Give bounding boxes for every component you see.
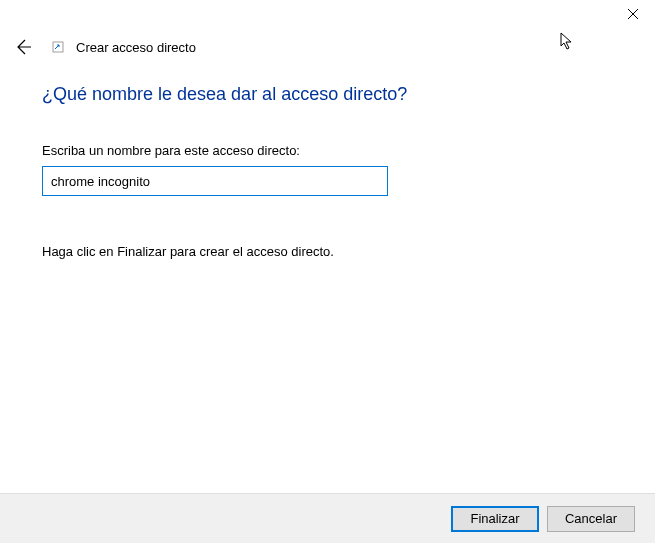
- wizard-title: Crear acceso directo: [76, 40, 196, 55]
- wizard-footer: Finalizar Cancelar: [0, 493, 655, 543]
- back-button[interactable]: [12, 36, 34, 58]
- page-heading: ¿Qué nombre le desea dar al acceso direc…: [42, 84, 613, 105]
- content-area: ¿Qué nombre le desea dar al acceso direc…: [0, 58, 655, 259]
- cancel-button[interactable]: Cancelar: [547, 506, 635, 532]
- close-button[interactable]: [625, 6, 641, 22]
- wizard-header: Crear acceso directo: [0, 30, 655, 58]
- name-field-label: Escriba un nombre para este acceso direc…: [42, 143, 613, 158]
- shortcut-icon: [50, 39, 66, 55]
- close-icon: [627, 8, 639, 20]
- titlebar: [0, 0, 655, 30]
- svg-rect-2: [53, 42, 63, 52]
- shortcut-name-input[interactable]: [42, 166, 388, 196]
- back-arrow-icon: [13, 37, 33, 57]
- instruction-text: Haga clic en Finalizar para crear el acc…: [42, 244, 613, 259]
- finish-button[interactable]: Finalizar: [451, 506, 539, 532]
